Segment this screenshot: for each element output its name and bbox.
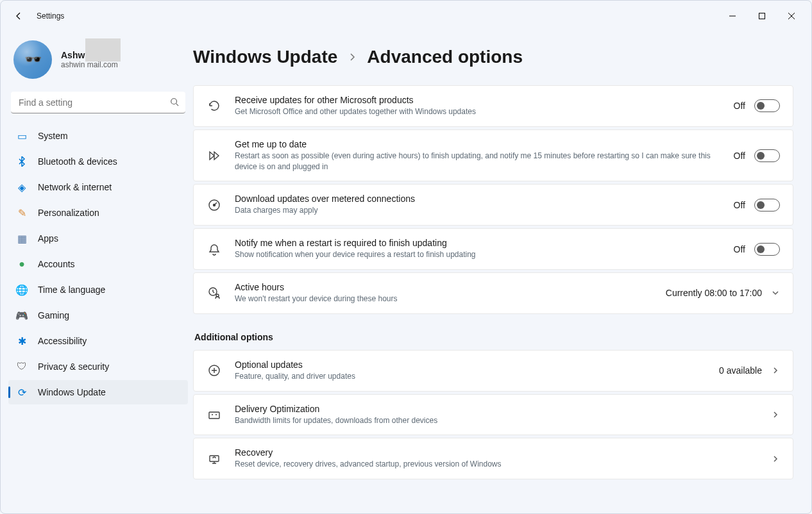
monitor-icon: ▭ xyxy=(16,130,28,142)
brush-icon: ✎ xyxy=(16,207,28,219)
sidebar-item-apps[interactable]: ▦Apps xyxy=(8,226,188,251)
card-delivery-optimization[interactable]: Delivery Optimization Bandwidth limits f… xyxy=(193,394,793,436)
profile-email: ashwin mail.com xyxy=(61,60,118,69)
fast-forward-icon xyxy=(207,148,222,163)
globe-icon: 🌐 xyxy=(16,284,28,295)
sidebar-item-personalization[interactable]: ✎Personalization xyxy=(8,201,188,225)
search-input[interactable] xyxy=(11,92,185,113)
minimize-icon xyxy=(729,13,736,19)
gauge-icon xyxy=(207,197,222,213)
person-icon: ● xyxy=(16,258,28,270)
card-subtitle: Reset device, recovery drives, advanced … xyxy=(235,459,758,470)
sidebar-item-system[interactable]: ▭System xyxy=(8,124,188,148)
card-notify-restart[interactable]: Notify me when a restart is required to … xyxy=(193,228,793,270)
card-trail-text: Currently 08:00 to 17:00 xyxy=(666,288,762,298)
card-subtitle: Data charges may apply xyxy=(235,205,721,216)
toggle-switch[interactable] xyxy=(754,99,780,112)
sidebar-item-time[interactable]: 🌐Time & language xyxy=(8,278,188,302)
plus-circle-icon xyxy=(207,363,222,378)
window-title: Settings xyxy=(37,12,64,21)
bell-icon xyxy=(207,242,222,257)
breadcrumb-parent[interactable]: Windows Update xyxy=(193,47,337,67)
search-wrap xyxy=(11,92,185,113)
maximize-icon xyxy=(759,13,765,19)
card-receive-updates[interactable]: Receive updates for other Microsoft prod… xyxy=(193,85,793,127)
sidebar-item-label: Accessibility xyxy=(38,336,87,346)
chevron-down-icon xyxy=(771,288,780,297)
chevron-right-icon xyxy=(771,366,780,375)
sidebar-item-label: Time & language xyxy=(38,285,105,295)
breadcrumb-current: Advanced options xyxy=(367,47,523,67)
toggle-switch[interactable] xyxy=(754,243,780,256)
redaction-block xyxy=(85,38,121,62)
sidebar-item-label: Personalization xyxy=(38,208,99,218)
svg-rect-1 xyxy=(759,13,765,19)
maximize-button[interactable] xyxy=(747,6,777,26)
accessibility-icon: ✱ xyxy=(16,335,28,347)
card-title: Optional updates xyxy=(235,360,706,370)
window-controls xyxy=(718,6,806,26)
sidebar-item-windows-update[interactable]: ⟳Windows Update xyxy=(8,380,188,404)
sidebar-item-label: Gaming xyxy=(38,310,69,320)
sidebar-item-label: System xyxy=(38,131,68,141)
wifi-icon: ◈ xyxy=(16,181,28,193)
sidebar-item-label: Apps xyxy=(38,233,58,244)
bluetooth-icon xyxy=(16,156,28,167)
history-icon xyxy=(207,98,222,113)
card-get-me-up-to-date[interactable]: Get me up to date Restart as soon as pos… xyxy=(193,129,793,182)
delivery-icon xyxy=(207,407,222,422)
card-optional-updates[interactable]: Optional updates Feature, quality, and d… xyxy=(193,350,793,392)
sidebar-item-network[interactable]: ◈Network & internet xyxy=(8,175,188,199)
card-title: Receive updates for other Microsoft prod… xyxy=(235,95,721,105)
close-button[interactable] xyxy=(777,6,806,26)
apps-icon: ▦ xyxy=(16,233,28,244)
back-button[interactable] xyxy=(6,4,31,28)
nav-list: ▭System Bluetooth & devices ◈Network & i… xyxy=(8,124,188,404)
profile-block[interactable]: 🕶️ Ashwi ashwin mail.com xyxy=(8,38,188,92)
card-subtitle: Get Microsoft Office and other updates t… xyxy=(235,106,721,117)
minimize-button[interactable] xyxy=(718,6,747,26)
toggle-state: Off xyxy=(734,200,745,210)
card-title: Download updates over metered connection… xyxy=(235,194,721,204)
toggle-state: Off xyxy=(734,101,745,111)
card-active-hours[interactable]: Active hours We won't restart your devic… xyxy=(193,272,793,314)
card-subtitle: We won't restart your device during thes… xyxy=(235,294,653,304)
titlebar: Settings xyxy=(1,1,811,31)
chevron-right-icon xyxy=(771,454,780,463)
sidebar-item-label: Bluetooth & devices xyxy=(38,156,117,167)
card-title: Get me up to date xyxy=(235,139,721,149)
sidebar-item-privacy[interactable]: 🛡Privacy & security xyxy=(8,354,188,379)
card-title: Recovery xyxy=(235,447,758,458)
sync-icon: ⟳ xyxy=(16,386,28,398)
card-metered[interactable]: Download updates over metered connection… xyxy=(193,184,793,226)
card-title: Active hours xyxy=(235,282,653,292)
sidebar: 🕶️ Ashwi ashwin mail.com ▭System Bluetoo… xyxy=(1,31,193,513)
svg-rect-11 xyxy=(209,412,219,419)
svg-line-5 xyxy=(176,104,179,106)
svg-point-7 xyxy=(214,204,216,206)
toggle-state: Off xyxy=(734,244,745,254)
chevron-right-icon xyxy=(348,53,357,62)
sidebar-item-accounts[interactable]: ●Accounts xyxy=(8,252,188,276)
sidebar-item-label: Windows Update xyxy=(38,387,106,397)
sidebar-item-gaming[interactable]: 🎮Gaming xyxy=(8,303,188,327)
sidebar-item-bluetooth[interactable]: Bluetooth & devices xyxy=(8,149,188,174)
card-title: Notify me when a restart is required to … xyxy=(235,238,721,248)
toggle-switch[interactable] xyxy=(754,149,780,162)
recovery-icon xyxy=(207,451,222,467)
clock-person-icon xyxy=(207,285,222,301)
search-icon xyxy=(170,97,179,106)
card-recovery[interactable]: Recovery Reset device, recovery drives, … xyxy=(193,438,793,479)
card-subtitle: Bandwidth limits for updates, downloads … xyxy=(235,415,758,426)
svg-point-4 xyxy=(171,99,177,104)
gamepad-icon: 🎮 xyxy=(16,310,28,321)
card-subtitle: Feature, quality, and driver updates xyxy=(235,371,706,382)
arrow-left-icon xyxy=(13,11,24,21)
toggle-state: Off xyxy=(734,151,745,161)
sidebar-item-label: Privacy & security xyxy=(38,361,109,372)
close-icon xyxy=(788,13,795,19)
avatar: 🕶️ xyxy=(13,40,52,79)
sidebar-item-accessibility[interactable]: ✱Accessibility xyxy=(8,329,188,353)
breadcrumb: Windows Update Advanced options xyxy=(193,47,793,67)
toggle-switch[interactable] xyxy=(754,199,780,211)
